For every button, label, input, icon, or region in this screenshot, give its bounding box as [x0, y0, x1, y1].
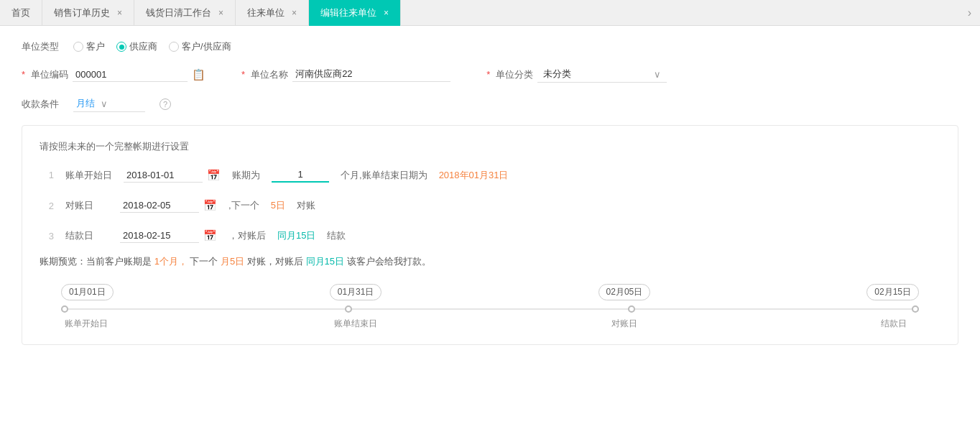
- radio-customer[interactable]: 客户: [73, 40, 105, 53]
- step-1-period-input[interactable]: [272, 167, 329, 183]
- unit-name-star: *: [241, 69, 245, 80]
- step-3-suffix-highlight: 同月15日: [277, 229, 315, 242]
- tl-dot-0: [61, 305, 68, 313]
- tl-dot-3: [912, 305, 919, 313]
- step-2-row: 2 对账日 📅 ,下一个 5日 对账: [40, 198, 940, 213]
- radio-supplier-circle: [116, 42, 126, 52]
- step-2-date-input[interactable]: [120, 198, 199, 213]
- step-1-end-date: 2018年01月31日: [439, 169, 509, 182]
- timeline-label-2: 02月05日: [598, 284, 651, 300]
- radio-customer-circle: [73, 42, 83, 52]
- tab-cash-work-label: 钱货日清工作台: [146, 6, 211, 19]
- timeline-sublabel-1: 账单结束日: [330, 318, 381, 330]
- step-3-cal-icon[interactable]: 📅: [203, 229, 217, 242]
- tab-cash-work[interactable]: 钱货日清工作台 ×: [134, 0, 236, 26]
- timeline-node-2: 02月05日: [598, 284, 651, 300]
- tab-bar: 首页 销售订单历史 × 钱货日清工作台 × 往来单位 × 编辑往来单位 × ›: [0, 0, 980, 26]
- radio-both-label: 客户/供应商: [182, 40, 231, 53]
- timeline-sublabels: 账单开始日 账单结束日 对账日 结款日: [61, 318, 919, 330]
- step-2-suffix-highlight: 5日: [271, 199, 285, 212]
- preview-text: 账期预览：当前客户账期是 1个月， 下一个 月5日 对账，对账后 同月15日 该…: [40, 253, 940, 270]
- unit-name-field: * 单位名称: [241, 68, 450, 82]
- step-3-num: 3: [40, 231, 54, 242]
- payment-terms-value: 月结: [76, 97, 95, 110]
- timeline-label-0: 01月01日: [61, 284, 114, 300]
- unit-type-radio-group: 客户 供应商 客户/供应商: [73, 40, 231, 53]
- unit-category-star: *: [486, 69, 490, 80]
- preview-part4h: 同月15日: [306, 256, 344, 267]
- unit-category-field: * 单位分类 未分类 ∨: [486, 66, 667, 83]
- timeline-sublabel-col-3: 结款日: [869, 318, 919, 330]
- step-1-num: 1: [40, 170, 54, 180]
- preview-section: 账期预览：当前客户账期是 1个月， 下一个 月5日 对账，对账后 同月15日 该…: [40, 243, 940, 330]
- step-2-label: 对账日: [65, 199, 108, 212]
- radio-both[interactable]: 客户/供应商: [169, 40, 231, 53]
- tab-sales-history-label: 销售订单历史: [54, 6, 110, 19]
- unit-code-icon[interactable]: 📋: [192, 68, 205, 81]
- payment-terms-chevron: ∨: [101, 98, 108, 109]
- timeline-top-labels: 01月01日 01月31日 02月05日 02月15日: [61, 284, 919, 300]
- timeline-node-1: 01月31日: [330, 284, 382, 300]
- radio-supplier[interactable]: 供应商: [116, 40, 157, 53]
- timeline-sublabel-col-2: 对账日: [599, 318, 650, 330]
- unit-code-field: * 单位编码 📋: [22, 68, 205, 82]
- step-3-suffix-after: 结款: [327, 229, 346, 242]
- unit-code-input[interactable]: [73, 68, 188, 82]
- step-1-row: 1 账单开始日 📅 账期为 个月,账单结束日期为 2018年01月31日: [40, 167, 940, 183]
- preview-part2: 下一个: [190, 256, 218, 267]
- step-1-label: 账单开始日: [65, 169, 112, 182]
- timeline-line-row: [61, 303, 919, 315]
- step-3-label: 结款日: [65, 229, 108, 242]
- tab-counterparts-close[interactable]: ×: [292, 8, 297, 18]
- tab-home-label: 首页: [11, 6, 30, 19]
- step-1-period-unit: 个月,账单结束日期为: [341, 169, 427, 182]
- step-1-date-input[interactable]: [124, 168, 203, 183]
- tab-edit-counterpart[interactable]: 编辑往来单位 ×: [309, 0, 401, 26]
- unit-category-chevron: ∨: [654, 69, 661, 80]
- timeline-sublabel-col-0: 账单开始日: [61, 318, 111, 330]
- timeline-sublabel-2: 对账日: [599, 318, 650, 330]
- unit-type-label: 单位类型: [22, 40, 59, 53]
- tl-dot-1: [345, 305, 352, 313]
- tab-home[interactable]: 首页: [0, 0, 42, 26]
- main-content: 单位类型 客户 供应商 客户/供应商 * 单位编码 📋 *: [0, 26, 980, 437]
- tab-counterparts[interactable]: 往来单位 ×: [236, 0, 309, 26]
- radio-both-circle: [169, 42, 179, 52]
- payment-terms-label: 收款条件: [22, 98, 59, 111]
- step-1-date-field: 📅: [124, 168, 221, 183]
- step-3-row: 3 结款日 📅 ，对账后 同月15日 结款: [40, 229, 940, 243]
- unit-category-select[interactable]: 未分类 ∨: [537, 66, 667, 83]
- step-2-suffix-after: 对账: [297, 199, 315, 212]
- unit-type-row: 单位类型 客户 供应商 客户/供应商: [22, 40, 958, 53]
- settings-panel: 请按照未来的一个完整帐期进行设置 1 账单开始日 📅 账期为 个月,账单结束日期…: [22, 125, 958, 345]
- tab-edit-counterpart-close[interactable]: ×: [384, 8, 389, 18]
- unit-code-star: *: [22, 69, 25, 80]
- radio-customer-label: 客户: [86, 40, 105, 53]
- tab-expand-button[interactable]: ›: [959, 6, 980, 19]
- step-2-date-field: 📅: [120, 198, 217, 213]
- panel-instruction: 请按照未来的一个完整帐期进行设置: [40, 140, 940, 153]
- unit-category-value: 未分类: [543, 68, 648, 80]
- payment-terms-help-icon[interactable]: ?: [160, 98, 171, 110]
- timeline-sublabel-0: 账单开始日: [61, 318, 111, 330]
- step-1-period-label: 账期为: [232, 169, 260, 182]
- payment-terms-select[interactable]: 月结 ∨: [73, 96, 145, 112]
- step-3-suffix-before: ，对账后: [228, 229, 266, 242]
- tl-dot-2: [628, 305, 635, 313]
- unit-name-input[interactable]: [292, 68, 450, 82]
- tab-sales-history[interactable]: 销售订单历史 ×: [42, 0, 134, 26]
- timeline-node-0: 01月01日: [61, 284, 114, 300]
- unit-category-label: 单位分类: [496, 68, 533, 81]
- tab-counterparts-label: 往来单位: [247, 6, 285, 19]
- step-1-cal-icon[interactable]: 📅: [207, 169, 221, 182]
- step-2-suffix-before: ,下一个: [228, 199, 259, 212]
- step-3-date-field: 📅: [120, 229, 217, 243]
- tab-edit-counterpart-label: 编辑往来单位: [320, 6, 376, 19]
- tab-sales-history-close[interactable]: ×: [117, 8, 122, 18]
- step-2-cal-icon[interactable]: 📅: [203, 199, 217, 212]
- step-3-date-input[interactable]: [120, 229, 199, 243]
- tab-cash-work-close[interactable]: ×: [218, 8, 223, 18]
- unit-name-label: 单位名称: [251, 68, 288, 81]
- radio-supplier-label: 供应商: [129, 40, 157, 53]
- preview-part3: 对账，对账后: [247, 256, 303, 267]
